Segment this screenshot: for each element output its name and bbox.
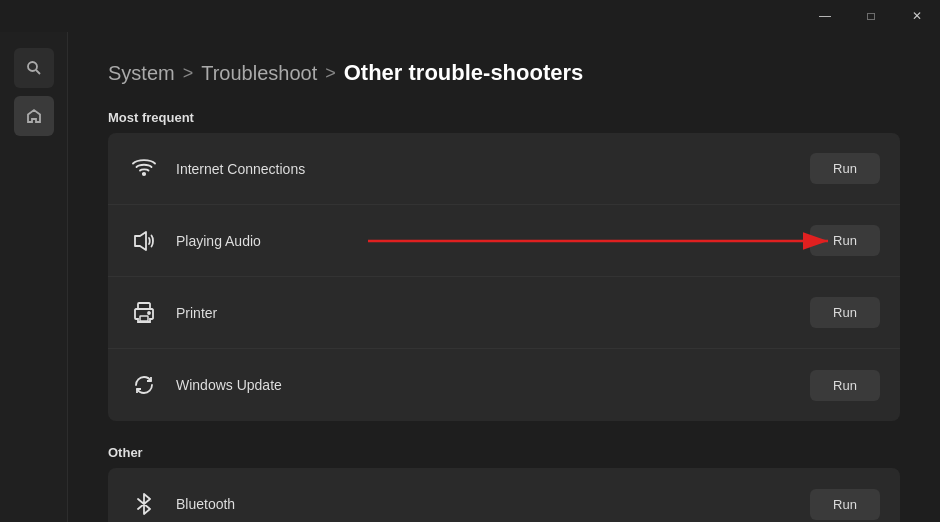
most-frequent-list: Internet Connections Run Playing Audio [108,133,900,421]
list-item: Playing Audio Run [108,205,900,277]
search-button[interactable] [14,48,54,88]
item-name: Printer [176,305,810,321]
other-label: Other [108,445,900,460]
item-name: Internet Connections [176,161,810,177]
svg-point-2 [143,172,145,174]
svg-point-0 [28,62,37,71]
breadcrumb-system[interactable]: System [108,62,175,85]
list-item: Windows Update Run [108,349,900,421]
main-content: System > Troubleshoot > Other trouble-sh… [68,32,940,522]
other-list: Bluetooth Run [108,468,900,522]
breadcrumb-sep1: > [183,63,194,84]
title-bar: — □ ✕ [802,0,940,32]
svg-point-8 [148,312,150,314]
search-icon [26,60,42,76]
most-frequent-label: Most frequent [108,110,900,125]
svg-marker-3 [135,232,146,250]
home-icon [26,108,42,124]
breadcrumb-current: Other trouble-shooters [344,60,584,86]
run-printer-button[interactable]: Run [810,297,880,328]
svg-rect-7 [140,316,148,321]
svg-line-1 [36,70,40,74]
close-button[interactable]: ✕ [894,0,940,32]
list-item: Bluetooth Run [108,468,900,522]
sidebar [0,32,68,522]
breadcrumb: System > Troubleshoot > Other trouble-sh… [108,60,900,86]
breadcrumb-troubleshoot[interactable]: Troubleshoot [201,62,317,85]
maximize-button[interactable]: □ [848,0,894,32]
red-arrow-annotation [368,226,848,256]
item-name: Bluetooth [176,496,810,512]
list-item: Printer Run [108,277,900,349]
sidebar-nav-item[interactable] [14,96,54,136]
run-internet-connections-button[interactable]: Run [810,153,880,184]
printer-icon [128,297,160,329]
breadcrumb-sep2: > [325,63,336,84]
list-item: Internet Connections Run [108,133,900,205]
other-section: Other Bluetooth Run [108,445,900,522]
run-bluetooth-button[interactable]: Run [810,489,880,520]
item-name: Windows Update [176,377,810,393]
minimize-button[interactable]: — [802,0,848,32]
run-windows-update-button[interactable]: Run [810,370,880,401]
audio-icon [128,225,160,257]
bluetooth-icon [128,488,160,520]
wifi-icon [128,153,160,185]
update-icon [128,369,160,401]
